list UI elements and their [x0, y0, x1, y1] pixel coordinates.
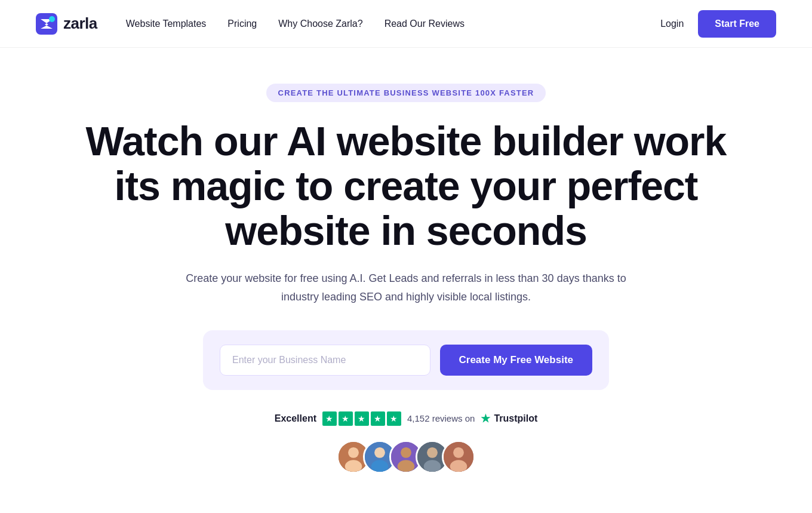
star-1: ★ — [322, 411, 337, 426]
trustpilot-logo: ★ Trustpilot — [481, 412, 537, 425]
star-3: ★ — [355, 411, 369, 426]
create-website-button[interactable]: Create My Free Website — [440, 345, 592, 376]
trustpilot-row: Excellent ★ ★ ★ ★ ★ 4,152 reviews on ★ T… — [275, 411, 538, 426]
reviews-count-text: 4,152 reviews on — [407, 413, 475, 423]
trustpilot-stars: ★ ★ ★ ★ ★ — [322, 411, 401, 426]
svg-point-9 — [401, 447, 411, 458]
avatar-5 — [442, 440, 475, 474]
business-name-input[interactable] — [220, 345, 430, 376]
svg-point-13 — [424, 460, 441, 472]
trustpilot-star-icon: ★ — [481, 412, 490, 425]
hero-badge: CREATE THE ULTIMATE BUSINESS WEBSITE 100… — [266, 84, 546, 102]
star-2: ★ — [339, 411, 353, 426]
hero-title: Watch our AI website builder work its ma… — [78, 119, 734, 253]
navbar: zarla Website Templates Pricing Why Choo… — [0, 0, 812, 48]
svg-point-12 — [427, 447, 438, 458]
svg-point-6 — [374, 447, 385, 458]
svg-point-4 — [345, 460, 362, 472]
nav-item-why[interactable]: Why Choose Zarla? — [278, 19, 362, 29]
logo-link[interactable]: zarla — [36, 13, 97, 35]
svg-point-16 — [450, 460, 467, 472]
nav-links: Website Templates Pricing Why Choose Zar… — [126, 19, 465, 29]
svg-point-15 — [453, 447, 464, 458]
nav-item-reviews[interactable]: Read Our Reviews — [385, 19, 465, 29]
nav-right: Login Start Free — [660, 10, 776, 38]
nav-link-templates[interactable]: Website Templates — [126, 19, 207, 29]
svg-point-7 — [371, 460, 389, 472]
logo-text: zarla — [63, 14, 97, 33]
nav-item-templates[interactable]: Website Templates — [126, 19, 207, 29]
nav-left: zarla Website Templates Pricing Why Choo… — [36, 13, 465, 35]
star-5: ★ — [387, 411, 401, 426]
nav-item-pricing[interactable]: Pricing — [227, 19, 257, 29]
trustpilot-excellent: Excellent — [275, 413, 316, 424]
svg-point-10 — [398, 460, 415, 472]
avatar-5-image — [444, 440, 473, 474]
start-free-button[interactable]: Start Free — [698, 10, 776, 38]
hero-section: CREATE THE ULTIMATE BUSINESS WEBSITE 100… — [0, 48, 812, 497]
svg-point-1 — [49, 16, 55, 22]
zarla-logo-icon — [36, 13, 57, 35]
nav-link-reviews[interactable]: Read Our Reviews — [385, 19, 465, 29]
nav-link-pricing[interactable]: Pricing — [227, 19, 257, 29]
cta-box: Create My Free Website — [203, 330, 609, 390]
svg-point-3 — [348, 447, 359, 458]
trustpilot-brand-name: Trustpilot — [494, 413, 537, 424]
hero-subtitle: Create your website for free using A.I. … — [173, 269, 639, 306]
nav-link-why[interactable]: Why Choose Zarla? — [278, 19, 362, 29]
login-link[interactable]: Login — [660, 19, 684, 29]
avatars-row — [337, 440, 475, 474]
star-4: ★ — [371, 411, 385, 426]
